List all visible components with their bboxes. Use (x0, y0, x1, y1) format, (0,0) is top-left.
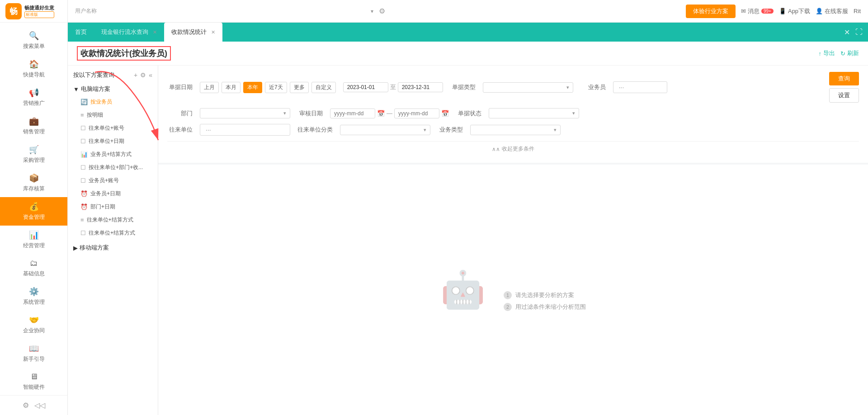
tree-item-unit-settlement2[interactable]: ☐ 往来单位+结算方式 (68, 226, 158, 240)
sidebar-collapse-icon[interactable]: ◁◁ (34, 401, 45, 410)
user-area[interactable]: Rit (854, 8, 861, 14)
tab-home[interactable]: 首页 (68, 23, 94, 42)
settlement-icon: 📊 (80, 151, 88, 158)
sidebar-item-system[interactable]: ⚙️ 系统管理 (0, 282, 67, 311)
unit-date-icon: ☐ (80, 138, 86, 145)
unit-category-select[interactable]: ▾ (340, 125, 430, 135)
date-from-input[interactable] (343, 82, 388, 92)
date-btn-more[interactable]: 更多 (290, 82, 309, 93)
date-btn-this-year[interactable]: 本年 (243, 82, 262, 93)
tree-item-unit-settlement1[interactable]: ≡ 往来单位+结算方式 (68, 213, 158, 226)
collapse-button[interactable]: ∧∧ 收起更多条件 (492, 145, 534, 153)
tip-num-2: 2 (504, 303, 512, 311)
online-service-btn[interactable]: 👤 在线客服 (816, 7, 848, 15)
query-button[interactable]: 查询 (829, 72, 859, 85)
tree-item-label: 业务员+日期 (90, 190, 121, 198)
unit-dots[interactable]: ··· (206, 126, 211, 133)
topbar-chevron-icon[interactable]: ▾ (371, 8, 373, 14)
date-btn-last-month[interactable]: 上月 (200, 82, 219, 93)
tree-item-unit-account[interactable]: ☐ 往来单位+账号 (68, 122, 158, 135)
sidebar-item-purchase[interactable]: 🛒 采购管理 (0, 140, 67, 169)
doc-type-select[interactable]: ▾ (483, 82, 573, 93)
sidebar-item-search[interactable]: 🔍 搜索菜单 (0, 26, 67, 55)
app-download-btn[interactable]: 📱 App下载 (779, 7, 810, 15)
tab-receipts-close-icon[interactable]: ✕ (211, 29, 215, 35)
refresh-button[interactable]: ↻ 刷新 (840, 49, 859, 57)
main-area: 用户名称 ▾ ⚙ 体验行业方案 ✉ 消息 99+ 📱 App下载 👤 在线客服 … (68, 0, 868, 415)
empty-tip-2: 2 用过滤条件来缩小分析范围 (504, 303, 586, 311)
home-icon: 🏠 (29, 59, 39, 69)
topbar-gear-icon[interactable]: ⚙ (379, 7, 385, 15)
calendar-icon-2[interactable]: 📅 (441, 110, 449, 117)
logo-text-area: 畅捷通好生意 标准版 (24, 5, 54, 18)
salesperson-label: 业务员 (580, 83, 606, 91)
right-panel: 单据日期 上月 本月 本年 近7天 更多 自定义 至 单据类型 (158, 66, 868, 415)
unit-category-chevron-icon: ▾ (424, 127, 426, 133)
messages-btn[interactable]: ✉ 消息 99+ (741, 7, 774, 15)
sidebar-item-operations[interactable]: 📊 经营管理 (0, 226, 67, 254)
export-button[interactable]: ↑ 导出 (819, 49, 835, 57)
sp-account-icon: ☐ (80, 177, 86, 184)
sidebar-item-enterprise[interactable]: 🤝 企业协同 (0, 311, 67, 339)
detail-icon: ≡ (80, 112, 84, 118)
trial-button[interactable]: 体验行业方案 (686, 5, 736, 18)
expand-icon[interactable]: ⛶ (855, 28, 863, 36)
tab-bank[interactable]: 现金银行流水查询 ✕ (94, 23, 164, 42)
salesperson-dots[interactable]: ··· (619, 84, 624, 91)
sidebar-item-finance[interactable]: 💰 资金管理 (0, 197, 67, 226)
dept-select[interactable]: ▾ (200, 108, 290, 118)
export-icon: ↑ (819, 50, 822, 57)
tree-item-by-detail[interactable]: ≡ 按明细 (68, 108, 158, 122)
empty-robot-icon: 🤖 (440, 269, 486, 311)
collapse-panel-icon[interactable]: « (149, 71, 152, 79)
content-area: 按以下方案查询 + ⚙ « ▼ 电脑端方案 🔄 按业务员 ≡ (68, 66, 868, 415)
tab-receipts[interactable]: 收款情况统计 ✕ (164, 23, 222, 42)
doc-type-chevron-icon: ▾ (566, 85, 569, 90)
topbar: 用户名称 ▾ ⚙ 体验行业方案 ✉ 消息 99+ 📱 App下载 👤 在线客服 … (68, 0, 868, 23)
sidebar-item-inventory[interactable]: 📦 库存核算 (0, 169, 67, 197)
unit-input-area[interactable]: ··· (200, 124, 290, 136)
tree-item-label: 往来单位+结算方式 (89, 229, 135, 237)
sidebar-item-quicknav[interactable]: 🏠 快捷导航 (0, 55, 67, 83)
calendar-icon-1[interactable]: 📅 (377, 110, 385, 117)
group-label: 移动端方案 (80, 244, 109, 252)
sidebar-item-hardware[interactable]: 🖥 智能硬件 (0, 368, 67, 395)
sidebar-item-label: 快捷导航 (23, 71, 45, 79)
sidebar-item-sales[interactable]: 💼 销售管理 (0, 112, 67, 140)
date-btn-custom[interactable]: 自定义 (311, 82, 336, 93)
tab-home-label: 首页 (75, 28, 87, 36)
tree-group-desktop-title[interactable]: ▼ 电脑端方案 (68, 83, 158, 95)
tree-item-dept-date[interactable]: ⏰ 部门+日期 (68, 200, 158, 213)
review-date-to-input[interactable] (394, 108, 439, 118)
tree-item-salesperson-date[interactable]: ⏰ 业务员+日期 (68, 187, 158, 200)
biz-type-select[interactable]: ▾ (470, 125, 561, 135)
tree-group-mobile-title[interactable]: ▶ 移动端方案 (68, 241, 158, 254)
tab-bank-close-icon[interactable]: ✕ (153, 29, 157, 35)
scheme-settings-icon[interactable]: ⚙ (140, 71, 146, 79)
add-scheme-icon[interactable]: + (134, 71, 137, 79)
doc-status-select[interactable]: ▾ (489, 108, 579, 118)
tree-item-unit-date[interactable]: ☐ 往来单位+日期 (68, 135, 158, 148)
salesperson-input-area[interactable]: ··· (613, 81, 667, 93)
us2-icon: ☐ (80, 230, 86, 236)
tree-item-by-salesperson[interactable]: 🔄 按业务员 (68, 95, 158, 108)
tree-item-unit-dept[interactable]: ☐ 按往来单位+部门+收... (68, 161, 158, 174)
settings-button[interactable]: 设置 (829, 88, 859, 103)
tree-item-salesperson-settlement[interactable]: 📊 业务员+结算方式 (68, 148, 158, 161)
review-date-from-input[interactable] (330, 108, 375, 118)
tree-item-label: 往来单位+结算方式 (87, 216, 133, 224)
biz-type-label: 业务类型 (438, 126, 463, 134)
unit-category-label: 往来单位分类 (297, 126, 333, 134)
sidebar-item-guide[interactable]: 📖 新手引导 (0, 339, 67, 368)
date-to-input[interactable] (398, 82, 443, 92)
date-btn-this-month[interactable]: 本月 (222, 82, 241, 93)
tree-item-salesperson-account[interactable]: ☐ 业务员+账号 (68, 174, 158, 187)
salesperson-icon: 🔄 (80, 99, 88, 105)
sidebar-settings-icon[interactable]: ⚙ (23, 401, 29, 410)
date-btn-7days[interactable]: 近7天 (265, 82, 287, 93)
left-panel: 按以下方案查询 + ⚙ « ▼ 电脑端方案 🔄 按业务员 ≡ (68, 66, 158, 415)
close-window-icon[interactable]: ✕ (844, 28, 850, 37)
sidebar-item-basic[interactable]: 🗂 基础信息 (0, 254, 67, 282)
system-icon: ⚙️ (29, 287, 39, 297)
sidebar-item-marketing[interactable]: 📢 营销推广 (0, 83, 67, 112)
